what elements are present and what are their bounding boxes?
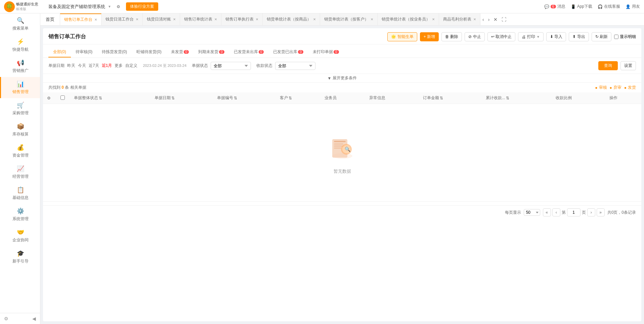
tab-sales-workbench[interactable]: 销售订单工作台 ✕: [60, 13, 101, 26]
tab-close-goods-stats-staff[interactable]: ✕: [432, 17, 435, 21]
tab-goods-stats-customer[interactable]: 销货单统计表（按客户） ✕: [320, 13, 378, 26]
filter-tab-pending-review[interactable]: 待审核(0): [71, 47, 97, 57]
delete-button[interactable]: 🗑 删除: [441, 32, 462, 41]
tab-goods-stats-product[interactable]: 销货单统计表（按商品） ✕: [263, 13, 320, 26]
sidebar-item-system[interactable]: ⚙️ 系统管理: [0, 204, 40, 225]
tab-sales-exec[interactable]: 销售订单执行表 ✕: [221, 13, 263, 26]
import-button[interactable]: ⬇ 导入: [546, 32, 566, 41]
date-option-today[interactable]: 今天: [78, 63, 86, 69]
ship-button[interactable]: ● 发货: [624, 85, 636, 90]
page-prev-button[interactable]: ‹: [552, 208, 560, 216]
tab-maximize-button[interactable]: ⛶: [500, 13, 508, 26]
sidebar-item-marketing[interactable]: 📢 营销推广: [0, 56, 40, 77]
tab-close-goods-stats-product[interactable]: ✕: [313, 17, 316, 21]
sidebar-item-search[interactable]: 🔍 搜索菜单: [0, 13, 40, 35]
date-option-custom[interactable]: 自定义: [125, 63, 137, 69]
tab-close-all-button[interactable]: ✕: [491, 13, 500, 26]
sidebar-settings-button[interactable]: ⚙: [4, 316, 8, 321]
anti-audit-button[interactable]: ● 弃审: [610, 85, 621, 90]
filter-tab-not-printed-label: 未打印单据: [313, 49, 333, 54]
add-button[interactable]: + 新增: [420, 32, 439, 41]
page-first-button[interactable]: «: [543, 208, 551, 216]
filter-tab-overdue[interactable]: 到期未发货0: [194, 47, 229, 57]
sidebar-item-finance[interactable]: 💰 资金管理: [0, 140, 40, 162]
tab-close-cash-daily[interactable]: ✕: [136, 17, 138, 21]
export-button[interactable]: ⬆ 导出: [569, 32, 589, 41]
payment-select[interactable]: 全部: [275, 62, 315, 70]
filter-tab-not-printed[interactable]: 未打印单据0: [308, 47, 344, 57]
print-button[interactable]: 🖨 打印 ▼: [518, 32, 544, 41]
date-option-more[interactable]: 更多: [115, 63, 123, 69]
system-settings-button[interactable]: ⚙: [114, 2, 123, 11]
date-option-7days[interactable]: 近7天: [89, 63, 99, 69]
expand-button[interactable]: ▼ 展开更多条件: [328, 75, 357, 81]
page-next-button[interactable]: ›: [587, 208, 595, 216]
filter-tab-shipped-not-out[interactable]: 已发货未出库0: [229, 47, 269, 57]
date-range-display: 2023-02-24 至 2023-03-24: [143, 63, 186, 68]
date-option-yesterday[interactable]: 昨天: [67, 63, 75, 69]
page-size-select[interactable]: 10 20 50 100: [524, 209, 540, 216]
filter-tab-shipped-not-out-badge: 0: [259, 50, 264, 54]
solution-button[interactable]: 体验行业方案: [126, 2, 158, 11]
sort-amount[interactable]: 订单金额 ⇅: [423, 95, 478, 101]
sidebar-item-guide[interactable]: 🎓 新手引导: [0, 246, 40, 268]
audit-button[interactable]: ● 审核: [595, 85, 607, 90]
sidebar-item-purchase[interactable]: 🛒 采购管理: [0, 98, 40, 119]
sort-status-icon: ⇅: [99, 96, 102, 100]
status-select[interactable]: 全部: [211, 62, 251, 70]
page-input[interactable]: [567, 208, 581, 216]
date-option-1month[interactable]: 近1月: [102, 63, 112, 69]
tab-home[interactable]: 首页: [40, 13, 60, 26]
dropdown-arrow-icon[interactable]: ▼: [108, 5, 111, 8]
sidebar-item-sales[interactable]: 📊 销售管理: [0, 77, 40, 98]
message-button[interactable]: 💬 6 消息: [544, 4, 565, 9]
print-icon: 🖨: [522, 35, 526, 39]
detail-toggle[interactable]: 显示明细: [614, 34, 636, 40]
column-settings-icon[interactable]: ⚙: [47, 96, 51, 100]
tab-close-goods-stats-customer[interactable]: ✕: [371, 17, 373, 21]
tab-goods-stats-staff[interactable]: 销货单统计表（按业务员） ✕: [378, 13, 439, 26]
tab-sales-stats[interactable]: 销售订单统计表 ✕: [180, 13, 221, 26]
query-button[interactable]: 查询: [598, 61, 618, 70]
scrollbar-area[interactable]: [43, 201, 641, 205]
tab-cash-reconcile[interactable]: 钱货日清对账 ✕: [143, 13, 180, 26]
tab-close-sales-stats[interactable]: ✕: [214, 17, 217, 21]
tab-close-sales-exec[interactable]: ✕: [256, 17, 258, 21]
tab-close-goods-margin[interactable]: ✕: [473, 17, 476, 21]
tab-close-cash-reconcile[interactable]: ✕: [173, 17, 176, 21]
setting-button[interactable]: 设置: [620, 61, 636, 70]
sidebar-item-enterprise[interactable]: 🤝 企业协同: [0, 225, 40, 246]
sort-customer[interactable]: 客户 ⇅: [280, 95, 316, 101]
tab-close-sales-workbench[interactable]: ✕: [94, 18, 97, 22]
sidebar-item-operations[interactable]: 📈 经营管理: [0, 162, 40, 183]
stop-button[interactable]: ⊘ 中止: [465, 32, 484, 41]
cancel-stop-button[interactable]: ↩ 取消中止: [487, 32, 515, 41]
page-last-button[interactable]: »: [597, 208, 605, 216]
tab-goods-margin[interactable]: 商品毛利分析表 ✕: [439, 13, 480, 26]
main-area: 🔍 搜索菜单 ⚡ 快捷导航 📢 营销推广 📊 销售管理 🛒 采购管理: [0, 13, 644, 324]
filter-tab-wangpu[interactable]: 旺铺待发货(0): [132, 47, 166, 57]
select-all-checkbox[interactable]: [60, 95, 65, 100]
tab-cash-daily[interactable]: 钱货日清工作台 ✕: [101, 13, 143, 26]
app-download-button[interactable]: 📱 App下载: [571, 4, 592, 9]
tab-next-button[interactable]: ›: [486, 13, 492, 26]
tab-prev-button[interactable]: ‹: [480, 13, 486, 26]
filter-tab-shipped-out[interactable]: 已发货已出库0: [268, 47, 308, 57]
filter-tab-not-shipped[interactable]: 未发货0: [166, 47, 194, 57]
sidebar-item-inventory[interactable]: 📦 库存核算: [0, 119, 40, 140]
sidebar-item-basic[interactable]: 📋 基础信息: [0, 183, 40, 204]
sort-number[interactable]: 单据编号 ⇅: [217, 95, 272, 101]
sort-status[interactable]: 单据整体状态 ⇅: [74, 95, 146, 101]
smart-generate-button[interactable]: 🌟 智能生单: [387, 32, 417, 41]
filter-tab-all[interactable]: 全部(0): [48, 47, 71, 57]
th-date-label: 单据日期: [155, 95, 171, 101]
user-button[interactable]: 👤 用友: [626, 4, 640, 9]
sort-date[interactable]: 单据日期 ⇅: [155, 95, 209, 101]
service-button[interactable]: 🎧 在线客服: [598, 4, 620, 9]
refresh-button[interactable]: ↻ 刷新: [592, 32, 611, 41]
sort-collected[interactable]: 累计收款... ⇅: [486, 95, 548, 101]
sidebar-item-quicknav[interactable]: ⚡ 快捷导航: [0, 35, 40, 56]
sidebar-collapse-button[interactable]: ◀: [32, 316, 36, 321]
detail-checkbox[interactable]: [614, 35, 618, 39]
filter-tab-pending-inspect[interactable]: 待拣货发货(0): [97, 47, 132, 57]
